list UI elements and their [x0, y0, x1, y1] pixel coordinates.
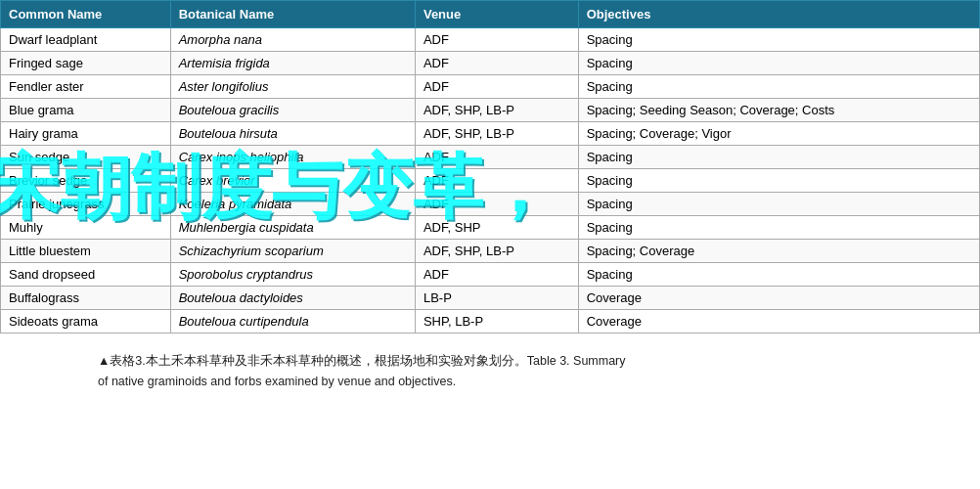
table-row: Prairie junegrassKoeleria pyramidataADFS…	[1, 193, 980, 216]
col-header-botanical-name: Botanical Name	[170, 1, 415, 28]
table-cell: Bouteloua hirsuta	[170, 122, 415, 146]
table-cell: ADF	[415, 193, 578, 216]
table-cell: ADF, SHP	[415, 216, 578, 240]
table-cell: Muhlenbergia cuspidata	[170, 216, 415, 240]
table-cell: ADF	[415, 146, 578, 169]
table-cell: Bouteloua curtipendula	[170, 310, 415, 333]
table-row: Sideoats gramaBouteloua curtipendulaSHP,…	[1, 310, 980, 333]
table-row: Little bluestemSchizachyrium scopariumAD…	[1, 240, 980, 263]
table-cell: Schizachyrium scoparium	[170, 240, 415, 263]
table-cell: Fendler aster	[1, 75, 171, 99]
table-cell: ADF	[415, 75, 578, 99]
table-row: Fringed sageArtemisia frigidaADFSpacing	[1, 52, 980, 75]
table-cell: Carex inops heliophila	[170, 146, 415, 169]
table-row: Fendler asterAster longifoliusADFSpacing	[1, 75, 980, 99]
table-row: BuffalograssBouteloua dactyloidesLB-PCov…	[1, 287, 980, 310]
col-header-objectives: Objectives	[578, 1, 979, 28]
table-cell: ADF	[415, 263, 578, 287]
table-cell: Spacing; Seeding Season; Coverage; Costs	[578, 99, 979, 122]
table-cell: LB-P	[415, 287, 578, 310]
table-cell: Bouteloua gracilis	[170, 99, 415, 122]
table-cell: Sideoats grama	[1, 310, 171, 333]
table-cell: Sun sedge	[1, 146, 171, 169]
table-row: Sand dropseedSporobolus cryptandrusADFSp…	[1, 263, 980, 287]
table-cell: Hairy grama	[1, 122, 171, 146]
table-cell: Buffalograss	[1, 287, 171, 310]
table-cell: Dwarf leadplant	[1, 28, 171, 52]
table-cell: Prairie junegrass	[1, 193, 171, 216]
table-cell: ADF, SHP, LB-P	[415, 99, 578, 122]
table-cell: Bouteloua dactyloides	[170, 287, 415, 310]
table-cell: Amorpha nana	[170, 28, 415, 52]
table-cell: Spacing	[578, 28, 979, 52]
table-cell: Coverage	[578, 287, 979, 310]
table-row: Brevior sedgeCarex breviorADFSpacing	[1, 169, 980, 193]
table-cell: ADF	[415, 52, 578, 75]
table-cell: Muhly	[1, 216, 171, 240]
table-row: Hairy gramaBouteloua hirsutaADF, SHP, LB…	[1, 122, 980, 146]
table-row: Sun sedgeCarex inops heliophilaADFSpacin…	[1, 146, 980, 169]
table-cell: Spacing; Coverage	[578, 240, 979, 263]
table-cell: Little bluestem	[1, 240, 171, 263]
table-cell: Koeleria pyramidata	[170, 193, 415, 216]
table-cell: ADF	[415, 28, 578, 52]
table-cell: Spacing; Coverage; Vigor	[578, 122, 979, 146]
table-cell: Sand dropseed	[1, 263, 171, 287]
table-container: 宋朝制度与变革， Common Name Botanical Name Venu…	[0, 0, 980, 333]
col-header-common-name: Common Name	[1, 1, 171, 28]
table-cell: Blue grama	[1, 99, 171, 122]
data-table: Common Name Botanical Name Venue Objecti…	[0, 0, 980, 333]
col-header-venue: Venue	[415, 1, 578, 28]
caption-line2: of native graminoids and forbs examined …	[98, 372, 951, 392]
table-cell: Spacing	[578, 169, 979, 193]
table-cell: Fringed sage	[1, 52, 171, 75]
table-cell: Carex brevior	[170, 169, 415, 193]
table-cell: ADF, SHP, LB-P	[415, 240, 578, 263]
table-header-row: Common Name Botanical Name Venue Objecti…	[1, 1, 980, 28]
table-cell: Spacing	[578, 216, 979, 240]
table-cell: Coverage	[578, 310, 979, 333]
caption-line1: ▲表格3.本土禾本科草种及非禾本科草种的概述，根据场地和实验对象划分。Table…	[98, 351, 951, 372]
table-cell: Sporobolus cryptandrus	[170, 263, 415, 287]
table-cell: ADF	[415, 169, 578, 193]
table-row: Dwarf leadplantAmorpha nanaADFSpacing	[1, 28, 980, 52]
table-cell: Spacing	[578, 263, 979, 287]
table-row: MuhlyMuhlenbergia cuspidataADF, SHPSpaci…	[1, 216, 980, 240]
table-cell: ADF, SHP, LB-P	[415, 122, 578, 146]
table-cell: Aster longifolius	[170, 75, 415, 99]
table-cell: Spacing	[578, 146, 979, 169]
table-row: Blue gramaBouteloua gracilisADF, SHP, LB…	[1, 99, 980, 122]
table-cell: Spacing	[578, 52, 979, 75]
page-wrapper: 宋朝制度与变革， Common Name Botanical Name Venu…	[0, 0, 980, 393]
table-cell: Brevior sedge	[1, 169, 171, 193]
caption: ▲表格3.本土禾本科草种及非禾本科草种的概述，根据场地和实验对象划分。Table…	[0, 351, 980, 393]
table-cell: Spacing	[578, 75, 979, 99]
table-cell: Spacing	[578, 193, 979, 216]
table-cell: SHP, LB-P	[415, 310, 578, 333]
table-cell: Artemisia frigida	[170, 52, 415, 75]
